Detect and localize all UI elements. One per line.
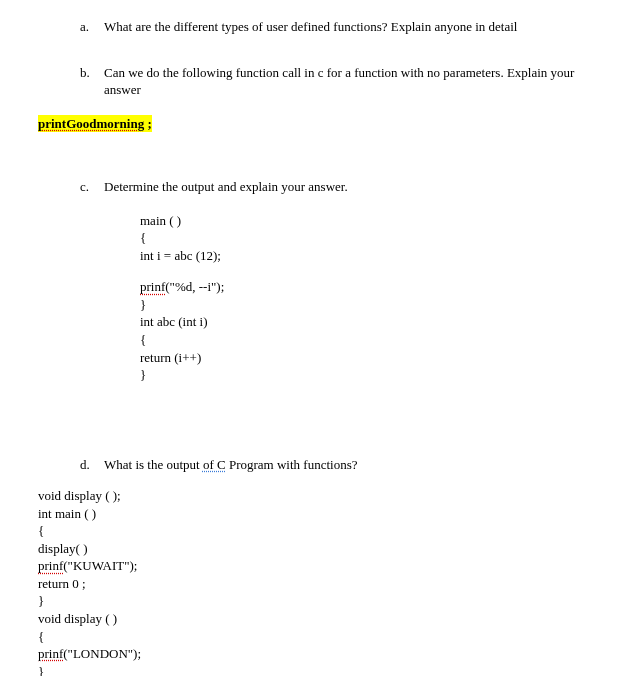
code-line: { [140, 331, 603, 349]
question-a-marker: a. [80, 18, 104, 36]
code-line: void display ( ) [38, 610, 603, 628]
question-c-text: Determine the output and explain your an… [104, 178, 603, 196]
code-line: prinf("LONDON"); [38, 645, 603, 663]
question-b-marker: b. [80, 64, 104, 82]
code-line: int i = abc (12); [140, 247, 603, 265]
code-line: main ( ) [140, 212, 603, 230]
code-line: void display ( ); [38, 487, 603, 505]
question-d-marker: d. [80, 456, 104, 474]
code-line: int abc (int i) [140, 313, 603, 331]
code-line: } [140, 296, 603, 314]
code-line: display( ) [38, 540, 603, 558]
question-b: b. Can we do the following function call… [38, 64, 603, 133]
question-c-marker: c. [80, 178, 104, 196]
code-line: { [38, 628, 603, 646]
highlighted-code: printGoodmorning ; [38, 115, 152, 132]
code-line: prinf("KUWAIT"); [38, 557, 603, 575]
question-b-text: Can we do the following function call in… [104, 64, 603, 99]
question-d-text: What is the output of C Program with fun… [104, 456, 603, 474]
code-line: return 0 ; [38, 575, 603, 593]
code-line: prinf("%d, --i"); [140, 278, 603, 296]
code-line: } [38, 592, 603, 610]
code-line: int main ( ) [38, 505, 603, 523]
question-a: a. What are the different types of user … [38, 18, 603, 36]
question-a-text: What are the different types of user def… [104, 18, 603, 36]
code-line: { [38, 522, 603, 540]
code-block-c: main ( ) { int i = abc (12); prinf("%d, … [140, 212, 603, 384]
code-block-d: void display ( ); int main ( ) { display… [38, 487, 603, 676]
code-line: { [140, 229, 603, 247]
question-c: c. Determine the output and explain your… [38, 178, 603, 383]
code-line: return (i++) [140, 349, 603, 367]
question-d: d. What is the output of C Program with … [38, 456, 603, 676]
code-line: } [38, 663, 603, 676]
code-line: } [140, 366, 603, 384]
